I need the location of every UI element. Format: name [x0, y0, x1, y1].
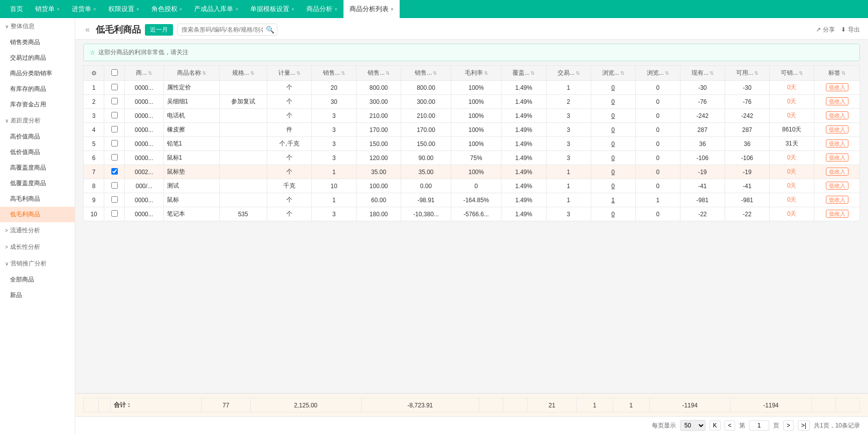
nav-home[interactable]: 首页: [4, 0, 29, 18]
close-icon[interactable]: ×: [136, 7, 139, 12]
col-available[interactable]: 可用...⇅: [725, 66, 769, 81]
col-view1[interactable]: 浏览...⇅: [591, 66, 635, 81]
close-icon[interactable]: ×: [93, 7, 96, 12]
export-button[interactable]: ⬇ 导出: [841, 26, 860, 34]
share-button[interactable]: ↗ 分享: [816, 26, 835, 34]
sidebar-group-marketing[interactable]: ∨ 营销推广分析: [0, 255, 75, 272]
row-select-checkbox[interactable]: [111, 112, 118, 118]
row-checkbox[interactable]: [104, 81, 125, 95]
sidebar-item-low-value[interactable]: 低价值商品: [0, 144, 75, 160]
col-gross-margin[interactable]: 毛利率⇅: [451, 66, 501, 81]
row-select-checkbox[interactable]: [111, 154, 118, 161]
page-number-input[interactable]: [749, 420, 769, 430]
row-select-checkbox[interactable]: [111, 210, 118, 217]
col-spec[interactable]: 规格...⇅: [219, 66, 267, 81]
row-view1[interactable]: 1: [591, 193, 635, 207]
row-view1[interactable]: 0: [591, 151, 635, 165]
sidebar-group-overall[interactable]: ∨ 整体信息: [0, 18, 75, 35]
row-checkbox[interactable]: [104, 193, 125, 207]
nav-purchase-order[interactable]: 进货单 ×: [66, 0, 102, 18]
sidebar-item-stocked-products[interactable]: 有库存的商品: [0, 81, 75, 97]
col-code[interactable]: 商...⇅: [124, 66, 163, 81]
row-select-checkbox[interactable]: [111, 182, 118, 189]
col-unit[interactable]: 计量...⇅: [267, 66, 311, 81]
col-sales-price[interactable]: 销售...⇅: [357, 66, 401, 81]
row-view1[interactable]: 0: [591, 165, 635, 179]
col-sales-qty[interactable]: 销售...⇅: [311, 66, 356, 81]
row-checkbox[interactable]: [104, 207, 125, 221]
sidebar-group-gap-analysis[interactable]: ∨ 差距度分析: [0, 112, 75, 129]
nav-product-inbound[interactable]: 产成品入库单 ×: [188, 0, 244, 18]
close-icon[interactable]: ×: [291, 7, 294, 12]
close-icon[interactable]: ×: [235, 7, 238, 12]
row-select-checkbox[interactable]: [111, 196, 118, 203]
row-checkbox[interactable]: [104, 137, 125, 151]
col-saleable[interactable]: 可销...⇅: [770, 66, 814, 81]
col-tag[interactable]: 标签⇅: [814, 66, 860, 81]
select-all-checkbox[interactable]: [111, 69, 118, 76]
row-select-checkbox[interactable]: [111, 98, 118, 104]
row-select-checkbox[interactable]: [111, 140, 118, 147]
page-size-select[interactable]: 50 100 200: [680, 420, 706, 431]
nav-permission-settings[interactable]: 权限设置 ×: [102, 0, 145, 18]
search-icon[interactable]: 🔍: [266, 26, 274, 34]
search-input[interactable]: [177, 24, 277, 36]
nav-template-settings[interactable]: 单据模板设置 ×: [244, 0, 300, 18]
close-icon[interactable]: ×: [57, 7, 60, 12]
sidebar-item-low-coverage[interactable]: 低覆盖度商品: [0, 176, 75, 191]
nav-product-analysis[interactable]: 商品分析 ×: [300, 0, 343, 18]
row-checkbox[interactable]: [104, 179, 125, 193]
close-icon[interactable]: ×: [180, 7, 183, 12]
sidebar-item-new-products[interactable]: 新品: [0, 287, 75, 303]
row-view1[interactable]: 0: [591, 137, 635, 151]
row-select-checkbox[interactable]: [111, 84, 118, 90]
col-settings[interactable]: ⚙: [84, 66, 104, 81]
col-transaction[interactable]: 交易...⇅: [546, 66, 591, 81]
row-view1[interactable]: 0: [591, 207, 635, 221]
row-view1[interactable]: 0: [591, 179, 635, 193]
row-sales-qty: 1: [311, 193, 356, 207]
row-checkbox[interactable]: [104, 95, 125, 109]
nav-role-auth[interactable]: 角色授权 ×: [145, 0, 189, 18]
row-view1[interactable]: 0: [591, 109, 635, 123]
sidebar-item-low-margin[interactable]: 低毛利商品: [0, 207, 75, 222]
close-icon[interactable]: ×: [334, 7, 337, 12]
pagination-first-btn[interactable]: K: [710, 420, 721, 430]
sidebar-item-high-value[interactable]: 高价值商品: [0, 129, 75, 144]
col-coverage[interactable]: 覆盖...⇅: [501, 66, 546, 81]
pagination-prev-btn[interactable]: <: [725, 420, 735, 430]
col-sales-profit[interactable]: 销售...⇅: [401, 66, 451, 81]
sidebar-group-growth[interactable]: > 成长性分析: [0, 239, 75, 255]
pagination-next-btn[interactable]: >: [783, 420, 794, 430]
row-select-checkbox[interactable]: [111, 126, 118, 132]
row-view1[interactable]: 0: [591, 123, 635, 137]
sidebar-collapse-btn[interactable]: «: [83, 23, 92, 36]
sidebar-item-high-coverage[interactable]: 高覆盖度商品: [0, 160, 75, 176]
sidebar-item-traded-products[interactable]: 交易过的商品: [0, 50, 75, 66]
close-icon[interactable]: ×: [391, 7, 394, 12]
nav-sales-order[interactable]: 销货单 ×: [29, 0, 66, 18]
row-select-checkbox[interactable]: [111, 168, 118, 175]
filter-recent-month-btn[interactable]: 近一月: [145, 24, 173, 36]
nav-product-analysis-list[interactable]: 商品分析列表 ×: [343, 0, 400, 18]
row-checkbox[interactable]: [104, 151, 125, 165]
row-name: 橡皮擦: [163, 123, 219, 137]
sidebar-item-stock-capital[interactable]: 库存资金占用: [0, 97, 75, 112]
row-checkbox[interactable]: [104, 165, 125, 179]
sidebar-item-all-products[interactable]: 全部商品: [0, 272, 75, 287]
col-view2[interactable]: 浏览...⇅: [635, 66, 680, 81]
row-view1[interactable]: 0: [591, 95, 635, 109]
table-container[interactable]: ⚙ 商...⇅ 商品名称⇅ 规格...⇅ 计量...⇅ 销售...⇅ 销售...…: [75, 65, 868, 393]
sidebar-item-sales-products[interactable]: 销售类商品: [0, 35, 75, 50]
row-checkbox[interactable]: [104, 109, 125, 123]
row-tag: 低收入: [814, 165, 860, 179]
row-checkbox[interactable]: [104, 123, 125, 137]
col-name[interactable]: 商品名称⇅: [163, 66, 219, 81]
col-current-stock[interactable]: 现有...⇅: [680, 66, 725, 81]
sidebar-item-category-rate[interactable]: 商品分类助销率: [0, 66, 75, 81]
col-checkbox[interactable]: [104, 66, 125, 81]
row-view1[interactable]: 0: [591, 81, 635, 95]
sidebar-group-liquidity[interactable]: > 流通性分析: [0, 222, 75, 239]
pagination-last-btn[interactable]: >|: [798, 420, 810, 430]
sidebar-item-high-margin[interactable]: 高毛利商品: [0, 191, 75, 207]
